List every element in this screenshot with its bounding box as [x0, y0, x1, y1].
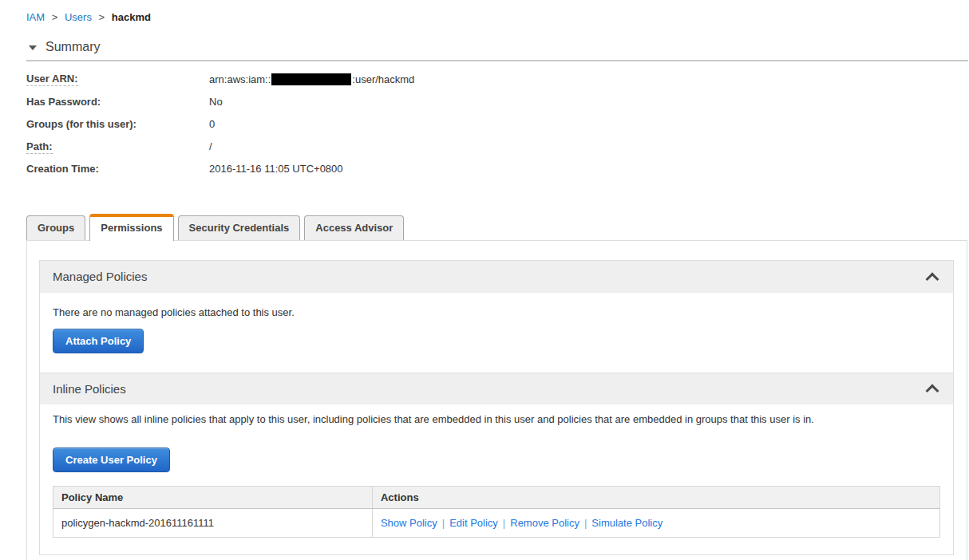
tab-permissions[interactable]: Permissions	[89, 214, 173, 241]
policy-name-cell: policygen-hackmd-201611161111	[53, 509, 373, 538]
action-separator: |	[442, 517, 445, 529]
managed-policies-body: There are no managed policies attached t…	[40, 293, 953, 373]
creation-time-label: Creation Time:	[26, 164, 209, 175]
path-label: Path:	[26, 141, 209, 152]
has-password-value: No	[209, 97, 223, 108]
inline-policies-table: Policy Name Actions policygen-hackmd-201…	[53, 486, 940, 538]
breadcrumb-link-users[interactable]: Users	[65, 11, 92, 23]
iam-user-detail-page: IAM > Users > hackmd Summary User ARN: a…	[0, 0, 968, 560]
inline-policies-title: Inline Policies	[53, 382, 126, 396]
tab-security-credentials[interactable]: Security Credentials	[178, 215, 301, 240]
collapse-chevron-icon[interactable]	[926, 385, 939, 398]
show-policy-link[interactable]: Show Policy	[381, 517, 437, 529]
breadcrumb-separator: >	[99, 11, 105, 23]
path-value: /	[209, 141, 212, 152]
edit-policy-link[interactable]: Edit Policy	[449, 517, 498, 529]
policies-accordion: Managed Policies There are no managed po…	[39, 260, 954, 555]
inline-policies-body: This view shows all inline policies that…	[40, 404, 953, 554]
breadcrumb: IAM > Users > hackmd	[26, 11, 968, 23]
field-row-creation-time: Creation Time: 2016-11-16 11:05 UTC+0800	[26, 164, 968, 175]
field-row-has-password: Has Password: No	[26, 97, 968, 108]
breadcrumb-link-iam[interactable]: IAM	[26, 11, 45, 23]
tab-access-advisor[interactable]: Access Advisor	[304, 215, 404, 240]
has-password-label: Has Password:	[26, 97, 209, 108]
field-row-path: Path: /	[26, 141, 968, 152]
action-separator: |	[503, 517, 505, 529]
summary-title: Summary	[45, 40, 100, 54]
create-user-policy-button[interactable]: Create User Policy	[53, 448, 170, 472]
attach-policy-button[interactable]: Attach Policy	[53, 329, 144, 353]
breadcrumb-separator: >	[52, 11, 58, 23]
summary-header: Summary	[26, 40, 968, 54]
collapse-triangle-icon[interactable]	[29, 45, 37, 50]
user-arn-value: arn:aws:iam:::user/hackmd	[209, 73, 414, 85]
inline-policies-description: This view shows all inline policies that…	[53, 413, 940, 426]
managed-policies-empty-text: There are no managed policies attached t…	[53, 306, 940, 319]
field-row-groups: Groups (for this user): 0	[26, 119, 968, 130]
remove-policy-link[interactable]: Remove Policy	[510, 517, 579, 529]
creation-time-value: 2016-11-16 11:05 UTC+0800	[209, 164, 343, 175]
groups-label: Groups (for this user):	[26, 119, 209, 130]
user-arn-label: User ARN:	[26, 73, 209, 85]
managed-policies-title: Managed Policies	[53, 270, 147, 284]
simulate-policy-link[interactable]: Simulate Policy	[591, 517, 662, 529]
table-header-row: Policy Name Actions	[53, 487, 940, 509]
inline-policies-header[interactable]: Inline Policies	[40, 373, 953, 404]
collapse-chevron-icon[interactable]	[926, 272, 939, 286]
breadcrumb-current-user: hackmd	[112, 11, 151, 23]
summary-divider	[26, 60, 968, 61]
managed-policies-header[interactable]: Managed Policies	[40, 261, 953, 293]
tab-bar: Groups Permissions Security Credentials …	[26, 214, 968, 240]
action-separator: |	[584, 517, 587, 529]
policy-actions-cell: Show Policy|Edit Policy|Remove Policy|Si…	[372, 509, 939, 538]
actions-column-header: Actions	[372, 487, 939, 509]
table-row: policygen-hackmd-201611161111 Show Polic…	[53, 509, 940, 538]
tab-groups[interactable]: Groups	[26, 215, 85, 240]
groups-value: 0	[209, 119, 215, 130]
permissions-tab-panel: Managed Policies There are no managed po…	[26, 240, 967, 560]
redacted-account-id	[271, 73, 351, 85]
field-row-user-arn: User ARN: arn:aws:iam:::user/hackmd	[26, 73, 968, 85]
policy-name-column-header: Policy Name	[53, 487, 373, 509]
summary-fields: User ARN: arn:aws:iam:::user/hackmd Has …	[26, 73, 968, 175]
